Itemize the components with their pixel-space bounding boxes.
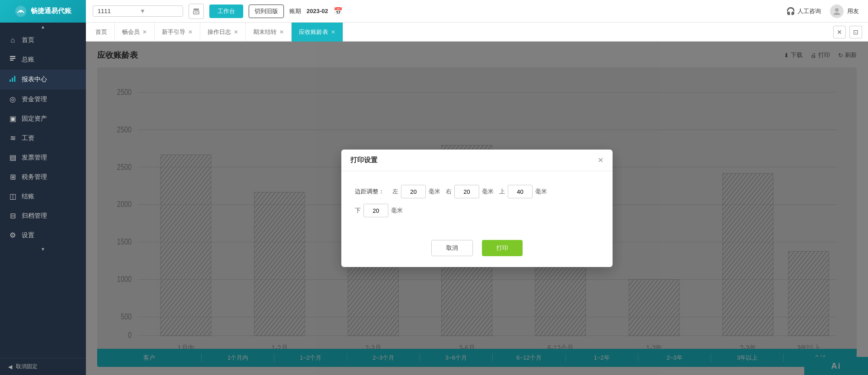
- svg-point-5: [835, 8, 839, 12]
- tabs-bar: 首页 畅会员 ✕ 新手引导 ✕ 操作日志 ✕ 期末结转 ✕ 应收账龄表 ✕: [86, 23, 868, 42]
- tab-close-all-button[interactable]: ✕: [833, 26, 846, 38]
- sidebar-item-settings[interactable]: ⚙ 设置: [0, 225, 86, 245]
- tab-member[interactable]: 畅会员 ✕: [115, 23, 155, 42]
- collapse-icon: ◀: [8, 364, 12, 370]
- cancel-button[interactable]: 取消: [431, 240, 473, 256]
- left-unit: 毫米: [429, 188, 440, 196]
- margin-right-group: 右 毫米: [446, 185, 494, 198]
- sidebar-item-funds[interactable]: ◎ 资金管理: [0, 89, 86, 109]
- tab-label: 畅会员: [122, 28, 140, 36]
- funds-icon: ◎: [8, 95, 17, 103]
- margin-right-input[interactable]: [454, 185, 479, 198]
- person-icon: [833, 7, 841, 15]
- sidebar-item-assets[interactable]: ▣ 固定资产: [0, 109, 86, 128]
- tab-label: 操作日志: [208, 28, 231, 36]
- top-unit: 毫米: [535, 188, 547, 196]
- margin-bottom-input[interactable]: [363, 204, 388, 217]
- margin-row: 边距调整： 左 毫米 右 毫米: [355, 185, 599, 217]
- tab-oplog[interactable]: 操作日志 ✕: [200, 23, 246, 42]
- assets-icon: ▣: [8, 114, 17, 123]
- sidebar-item-tax[interactable]: ⊞ 税务管理: [0, 167, 86, 187]
- sidebar-collapse-button[interactable]: ◀ 取消固定: [0, 358, 86, 375]
- tab-expand-button[interactable]: ⊡: [849, 26, 862, 38]
- tab-close-icon[interactable]: ✕: [279, 29, 284, 35]
- sidebar-item-label: 固定资产: [22, 115, 47, 123]
- sidebar-item-ledger[interactable]: 总账: [0, 50, 86, 70]
- consult-button[interactable]: 🎧 人工咨询: [786, 7, 821, 15]
- tab-guide[interactable]: 新手引导 ✕: [155, 23, 200, 42]
- period-value: 2023-02: [307, 8, 328, 14]
- modal-body: 边距调整： 左 毫米 右 毫米: [341, 171, 613, 235]
- bottom-unit: 毫米: [391, 206, 403, 215]
- margin-top-input[interactable]: [508, 185, 533, 198]
- svg-rect-9: [9, 80, 11, 82]
- sidebar-item-label: 首页: [22, 36, 34, 44]
- margin-adjust-label: 边距调整：: [355, 188, 384, 196]
- archive-button[interactable]: [189, 4, 204, 19]
- modal-close-button[interactable]: ✕: [598, 156, 604, 164]
- print-confirm-button[interactable]: 打印: [482, 240, 523, 256]
- chevron-down-icon: ▼: [140, 8, 178, 14]
- header-right: 🎧 人工咨询 用友: [786, 5, 868, 18]
- modal-footer: 取消 打印: [341, 235, 613, 267]
- company-selector[interactable]: 1111 ▼: [93, 5, 183, 17]
- svg-rect-8: [10, 60, 14, 61]
- sidebar-item-settle[interactable]: ◫ 结账: [0, 187, 86, 206]
- modal-header: 打印设置 ✕: [341, 150, 613, 171]
- margin-left-input[interactable]: [401, 185, 426, 198]
- worktable-button[interactable]: 工作台: [209, 5, 243, 18]
- user-label: 用友: [847, 7, 859, 15]
- period-label: 账期: [289, 7, 301, 15]
- sidebar-item-reports[interactable]: 报表中心: [0, 70, 86, 89]
- sidebar-item-label: 设置: [22, 231, 34, 239]
- reports-icon: [8, 75, 17, 84]
- svg-rect-2: [193, 9, 199, 10]
- collapse-label: 取消固定: [16, 363, 38, 370]
- tab-home[interactable]: 首页: [88, 23, 115, 42]
- tab-close-icon[interactable]: ✕: [234, 29, 238, 35]
- sidebar-item-archive[interactable]: ⊟ 归档管理: [0, 206, 86, 225]
- tab-label: 新手引导: [162, 28, 185, 36]
- user-area[interactable]: 用友: [830, 5, 859, 18]
- tab-close-icon[interactable]: ✕: [142, 29, 147, 35]
- right-unit: 毫米: [482, 188, 494, 196]
- logo-icon: [14, 5, 27, 18]
- svg-rect-10: [12, 78, 13, 82]
- tab-label: 期末结转: [253, 28, 277, 36]
- consult-label: 人工咨询: [797, 7, 821, 15]
- sidebar-item-label: 税务管理: [22, 173, 47, 181]
- sidebar-item-invoice[interactable]: ▤ 发票管理: [0, 148, 86, 167]
- sidebar-item-label: 资金管理: [22, 95, 47, 103]
- sidebar-scroll-up[interactable]: ▲: [0, 23, 86, 31]
- margin-left-group: 左 毫米: [392, 185, 440, 198]
- logo-text: 畅捷通易代账: [31, 7, 71, 15]
- headset-icon: 🎧: [786, 7, 795, 15]
- top-header: 畅捷通易代账 1111 ▼ 工作台 切到旧版 账期 2023-02 📅 🎧 人工…: [0, 0, 868, 23]
- old-version-button[interactable]: 切到旧版: [249, 5, 284, 18]
- right-label: 右: [446, 188, 452, 196]
- sidebar-item-label: 报表中心: [22, 75, 47, 84]
- header-middle: 1111 ▼ 工作台 切到旧版 账期 2023-02 📅: [86, 4, 786, 19]
- tab-ar-aging[interactable]: 应收账龄表 ✕: [292, 23, 343, 42]
- tab-label: 应收账龄表: [299, 28, 328, 36]
- ledger-icon: [8, 55, 17, 64]
- sidebar-item-label: 总账: [22, 56, 34, 64]
- calendar-icon[interactable]: 📅: [334, 7, 343, 15]
- tab-label: 首页: [95, 28, 107, 36]
- sidebar-item-salary[interactable]: ≋ 工资: [0, 128, 86, 148]
- bottom-label: 下: [355, 206, 361, 215]
- tab-close-icon[interactable]: ✕: [188, 29, 193, 35]
- avatar: [830, 5, 844, 18]
- tab-period-end[interactable]: 期末结转 ✕: [246, 23, 292, 42]
- tab-close-icon[interactable]: ✕: [331, 29, 335, 35]
- settle-icon: ◫: [8, 192, 17, 201]
- sidebar-scroll-down[interactable]: ▼: [0, 245, 86, 253]
- sidebar-item-label: 归档管理: [22, 212, 47, 220]
- margin-top-group: 上 毫米: [499, 185, 547, 198]
- sidebar-item-label: 工资: [22, 134, 34, 142]
- settings-icon: ⚙: [8, 231, 17, 239]
- archive-icon: ⊟: [8, 211, 17, 220]
- sidebar-item-home[interactable]: ⌂ 首页: [0, 31, 86, 50]
- sidebar: ▲ ⌂ 首页 总账 报表中心 ◎ 资金管理 ▣ 固定资产 ≋ 工资: [0, 23, 86, 375]
- tabs-right: ✕ ⊡: [833, 26, 866, 38]
